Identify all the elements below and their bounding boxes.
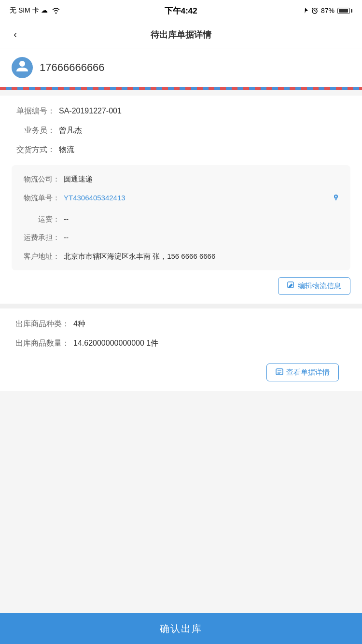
goods-section: 出库商品种类： 4种 出库商品数量： 14.62000000000000 1件 … xyxy=(0,308,362,391)
address-label: 客户地址： xyxy=(21,251,60,262)
freight-row: 运费： -- xyxy=(21,214,341,225)
back-button[interactable]: ‹ xyxy=(10,25,21,45)
location-arrow-icon xyxy=(302,7,308,14)
edit-icon xyxy=(287,281,295,291)
view-detail-label: 查看单据详情 xyxy=(286,368,330,377)
delivery-row: 交货方式： 物流 xyxy=(12,144,350,155)
alarm-icon xyxy=(311,7,318,14)
decorative-divider xyxy=(0,87,362,90)
status-bar: 无 SIM 卡 ☁ 下午4:42 87% xyxy=(0,0,362,21)
logistics-company-label: 物流公司： xyxy=(21,174,60,185)
freight-bear-row: 运费承担： -- xyxy=(21,232,341,243)
logistics-company-value: 圆通速递 xyxy=(64,174,341,185)
avatar xyxy=(12,57,33,78)
battery-icon xyxy=(337,8,352,14)
tracking-value: YT4306405342413 xyxy=(64,193,326,204)
goods-quantity-label: 出库商品数量： xyxy=(12,337,70,349)
goods-quantity-row: 出库商品数量： 14.62000000000000 1件 xyxy=(12,337,350,349)
freight-label: 运费： xyxy=(21,214,60,225)
sim-text: 无 SIM 卡 ☁ xyxy=(10,6,48,15)
logistics-company-row: 物流公司： 圆通速递 xyxy=(21,174,341,185)
view-detail-button[interactable]: 查看单据详情 xyxy=(266,364,339,381)
svg-point-3 xyxy=(19,61,25,67)
nav-bar: ‹ 待出库单据详情 xyxy=(0,21,362,48)
customer-section: 17666666666 xyxy=(0,48,362,87)
status-right: 87% xyxy=(302,7,352,14)
salesperson-value: 曾凡杰 xyxy=(59,125,350,136)
freight-value: -- xyxy=(64,214,341,225)
edit-button-area: 编辑物流信息 xyxy=(0,270,362,295)
person-icon xyxy=(15,59,29,77)
freight-bear-label: 运费承担： xyxy=(21,232,60,243)
goods-types-row: 出库商品种类： 4种 xyxy=(12,318,350,330)
doc-number-row: 单据编号： SA-20191227-001 xyxy=(12,105,350,117)
confirm-out-button[interactable]: 确认出库 xyxy=(0,613,362,644)
confirm-button-wrapper: 确认出库 xyxy=(0,613,362,644)
status-time: 下午4:42 xyxy=(165,5,197,16)
salesperson-label: 业务员： xyxy=(12,125,55,136)
address-value: 北京市市辖区海淀区永丰南 张，156 6666 6666 xyxy=(64,251,341,262)
logistics-card: 物流公司： 圆通速递 物流单号： YT4306405342413 运费： -- … xyxy=(12,165,350,270)
delivery-label: 交货方式： xyxy=(12,144,55,155)
goods-quantity-value: 14.62000000000000 1件 xyxy=(73,337,350,349)
doc-number-label: 单据编号： xyxy=(12,105,55,117)
map-pin-icon[interactable] xyxy=(331,193,341,206)
logistics-section: 物流公司： 圆通速递 物流单号： YT4306405342413 运费： -- … xyxy=(0,165,362,304)
address-row: 客户地址： 北京市市辖区海淀区永丰南 张，156 6666 6666 xyxy=(21,251,341,262)
tracking-row: 物流单号： YT4306405342413 xyxy=(21,193,341,206)
goods-types-value: 4种 xyxy=(73,318,350,330)
status-left: 无 SIM 卡 ☁ xyxy=(10,6,60,15)
freight-bear-value: -- xyxy=(64,232,341,243)
detail-button-area: 查看单据详情 xyxy=(12,357,350,381)
doc-number-value: SA-20191227-001 xyxy=(59,105,350,117)
order-info-section: 单据编号： SA-20191227-001 业务员： 曾凡杰 交货方式： 物流 xyxy=(0,96,362,165)
delivery-value: 物流 xyxy=(59,144,350,155)
battery-percent: 87% xyxy=(321,7,334,14)
wifi-icon xyxy=(52,7,60,14)
salesperson-row: 业务员： 曾凡杰 xyxy=(12,125,350,136)
page-title: 待出库单据详情 xyxy=(151,29,211,41)
tracking-label: 物流单号： xyxy=(21,193,60,204)
edit-logistics-label: 编辑物流信息 xyxy=(298,281,341,291)
section-separator xyxy=(0,304,362,308)
list-icon xyxy=(276,368,283,377)
edit-logistics-button[interactable]: 编辑物流信息 xyxy=(278,277,350,295)
customer-phone: 17666666666 xyxy=(40,61,105,74)
goods-types-label: 出库商品种类： xyxy=(12,318,70,330)
bottom-spacer xyxy=(0,391,362,478)
